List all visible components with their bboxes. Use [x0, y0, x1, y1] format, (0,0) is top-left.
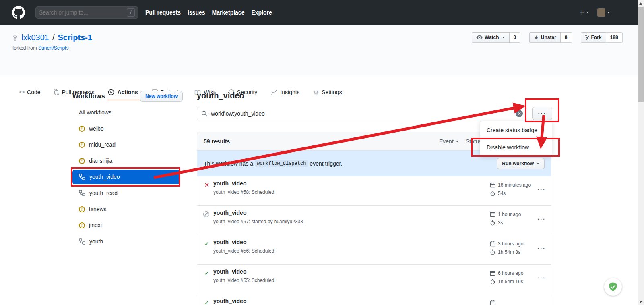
new-workflow-button[interactable]: New workflow [140, 91, 183, 102]
fork-button-group: Fork 188 [581, 32, 623, 43]
sidebar-item-jingxi[interactable]: ! jingxi [72, 217, 180, 233]
tab-label: Insights [280, 89, 299, 95]
sidebar-item-youth-read[interactable]: youth_read [72, 185, 180, 201]
global-search-box[interactable]: / [35, 6, 138, 19]
alert-icon: ! [79, 126, 85, 132]
github-actions-page: / Pull requests Issues Marketplace Explo… [0, 0, 644, 305]
fork-icon [585, 34, 589, 41]
star-icon: ★ [534, 35, 539, 40]
sidebar-item-label: youth_read [89, 190, 118, 196]
tab-settings[interactable]: ⚙ Settings [313, 85, 343, 100]
forked-from-label: forked from [12, 45, 37, 51]
avatar [597, 8, 605, 17]
sidebar-item-label: dianshijia [89, 158, 112, 164]
run-meta: 6 hours ago 1h 54m 19s [490, 269, 523, 286]
tab-insights[interactable]: Insights [270, 85, 300, 100]
stopwatch-icon [490, 279, 495, 284]
scrollbar-up-arrow[interactable] [638, 0, 644, 7]
sidebar-item-all-workflows[interactable]: All workflows [72, 104, 180, 120]
top-navigation-bar: / Pull requests Issues Marketplace Explo… [0, 0, 644, 25]
sidebar-item-label: youth [89, 238, 103, 245]
unstar-button[interactable]: ★ Unstar [529, 32, 561, 43]
run-title-link[interactable]: youth_video [213, 268, 246, 275]
sidebar-item-txnews[interactable]: ! txnews [72, 201, 180, 217]
workflow-search-box[interactable]: ✕ [197, 107, 527, 120]
workflow-icon [79, 238, 85, 245]
plus-icon: + [580, 8, 584, 17]
run-options-kebab[interactable]: ··· [537, 245, 546, 252]
run-meta [490, 298, 495, 305]
star-count[interactable]: 8 [561, 32, 572, 43]
alert-icon: ! [79, 206, 85, 212]
nav-link-pull-requests[interactable]: Pull requests [145, 9, 181, 16]
run-meta: 3 hours ago 1h 54m 3s [490, 239, 523, 256]
watch-button-group: Watch 0 [472, 32, 520, 43]
tab-label: Code [27, 89, 40, 95]
forked-from-link[interactable]: Sunert/Scripts [38, 45, 68, 51]
run-options-kebab[interactable]: ··· [537, 186, 546, 193]
sidebar-item-midu-read[interactable]: ! midu_read [72, 137, 180, 153]
calendar-icon [490, 300, 495, 305]
status-filter-label: Status [466, 138, 482, 145]
run-duration: 54s [498, 191, 506, 196]
scrollbar-down-arrow[interactable] [638, 298, 644, 305]
banner-text: event trigger. [310, 160, 342, 167]
scrollbar-thumb[interactable] [638, 7, 644, 102]
slash-shortcut-hint: / [127, 8, 135, 17]
run-description: youth_video #58: Scheduled [213, 189, 274, 195]
workflow-icon [79, 174, 85, 180]
nav-link-explore[interactable]: Explore [251, 9, 272, 16]
nav-link-issues[interactable]: Issues [188, 9, 205, 16]
sidebar-item-label: txnews [89, 206, 107, 212]
chevron-down-icon [536, 163, 539, 164]
calendar-icon [490, 241, 495, 247]
play-icon [108, 89, 114, 95]
run-time: 16 minutes ago [498, 182, 531, 188]
github-logo-icon[interactable] [12, 6, 25, 19]
sidebar-item-youth[interactable]: youth [72, 233, 180, 249]
run-title-link[interactable]: youth_video [213, 298, 246, 304]
chevron-down-icon [586, 12, 589, 13]
run-duration: 1h 54m 3s [498, 249, 520, 255]
repo-social-actions: Watch 0 ★ Unstar 8 Fork 188 [472, 32, 623, 43]
run-title-link[interactable]: youth_video [213, 210, 246, 216]
workflow-run-row: ✓ youth_video youth_video #55: Scheduled… [197, 265, 551, 294]
run-duration: 1h 54m 19s [498, 279, 523, 284]
sidebar-item-dianshijia[interactable]: ! dianshijia [72, 153, 180, 169]
global-search-input[interactable] [39, 9, 127, 16]
sidebar-item-weibo[interactable]: ! weibo [72, 120, 180, 137]
run-options-kebab[interactable]: ··· [537, 216, 546, 222]
fork-button[interactable]: Fork [581, 32, 606, 43]
repo-name-link[interactable]: Scripts-1 [58, 33, 93, 42]
workflow-icon [79, 190, 85, 196]
page-scrollbar [638, 0, 644, 305]
watch-count[interactable]: 0 [510, 32, 521, 43]
user-menu-dropdown[interactable] [597, 8, 610, 17]
sidebar-item-youth-video[interactable]: youth_video [72, 170, 180, 184]
nav-link-marketplace[interactable]: Marketplace [212, 9, 245, 16]
workflow-search-input[interactable] [211, 110, 512, 117]
tab-actions[interactable]: Actions [107, 85, 138, 100]
run-workflow-button[interactable]: Run workflow [497, 158, 545, 169]
event-filter-dropdown[interactable]: Event [439, 138, 459, 145]
run-title-link[interactable]: youth_video [213, 180, 246, 187]
clear-search-icon[interactable]: ✕ [516, 110, 523, 117]
sidebar-item-label: midu_read [89, 141, 116, 148]
repo-owner-link[interactable]: lxk0301 [21, 33, 49, 42]
fork-count[interactable]: 188 [606, 32, 623, 43]
menu-item-disable-workflow[interactable]: Disable workflow [480, 139, 552, 156]
tab-code[interactable]: <> Code [19, 85, 41, 100]
results-count: 59 results [204, 138, 230, 145]
watch-label: Watch [485, 35, 499, 40]
create-new-dropdown[interactable]: + [580, 8, 589, 17]
adguard-shield-badge[interactable] [604, 278, 622, 296]
run-time: 6 hours ago [498, 270, 523, 276]
watch-button[interactable]: Watch [472, 32, 510, 43]
run-title-link[interactable]: youth_video [213, 239, 246, 245]
run-workflow-label: Run workflow [502, 161, 534, 166]
menu-item-create-status-badge[interactable]: Create status badge [480, 121, 552, 139]
run-options-kebab[interactable]: ··· [537, 274, 546, 281]
cancelled-icon [203, 211, 209, 217]
run-meta: 16 minutes ago 54s [490, 181, 531, 197]
tab-label: Actions [117, 89, 138, 95]
